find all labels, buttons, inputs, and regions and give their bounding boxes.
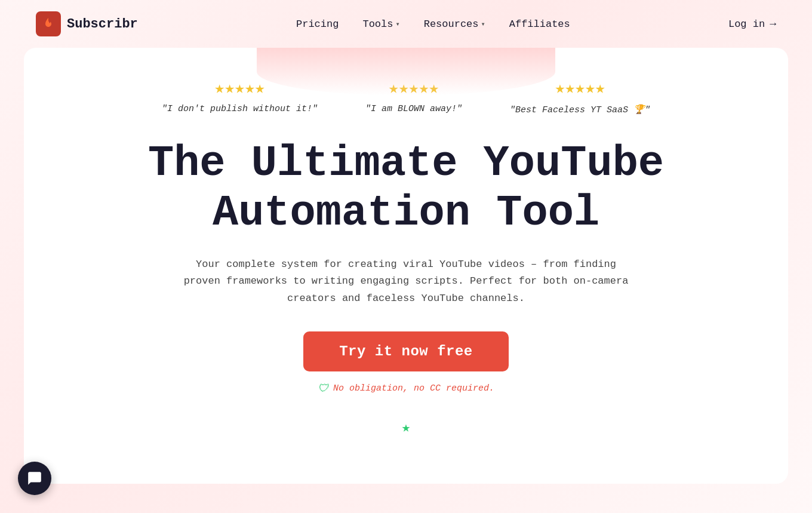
nav-item-affiliates[interactable]: Affiliates bbox=[509, 19, 570, 30]
stars-3: ★★★★★ bbox=[555, 78, 605, 98]
hero-description: Your complete system for creating viral … bbox=[179, 256, 633, 308]
stars-row: ★★★★★ "I don't publish without it!" ★★★★… bbox=[60, 78, 752, 115]
flame-icon bbox=[41, 17, 56, 31]
heading-line1: The Ultimate YouTube bbox=[148, 139, 664, 188]
hero-card: ★★★★★ "I don't publish without it!" ★★★★… bbox=[24, 48, 788, 484]
affiliates-link[interactable]: Affiliates bbox=[509, 19, 570, 30]
cta-button[interactable]: Try it now free bbox=[303, 331, 509, 371]
cta-container: Try it now free 🛡 No obligation, no CC r… bbox=[60, 331, 752, 395]
resources-dropdown[interactable]: Resources ▾ bbox=[424, 19, 485, 30]
heading-line2: Automation Tool bbox=[213, 189, 599, 238]
main-nav: Subscribr Pricing Tools ▾ Resources ▾ Af… bbox=[0, 0, 812, 48]
nav-item-pricing[interactable]: Pricing bbox=[296, 19, 339, 30]
bottom-trust: ★ bbox=[60, 419, 752, 436]
star-group-1: ★★★★★ "I don't publish without it!" bbox=[162, 78, 318, 115]
chat-icon bbox=[27, 471, 42, 486]
star-quote-1: "I don't publish without it!" bbox=[162, 104, 318, 114]
logo[interactable]: Subscribr bbox=[36, 11, 138, 36]
stars-1: ★★★★★ bbox=[214, 78, 264, 98]
login-link[interactable]: Log in → bbox=[728, 18, 776, 30]
chat-bubble-button[interactable] bbox=[18, 462, 51, 495]
logo-icon bbox=[36, 11, 61, 36]
hero-heading: The Ultimate YouTube Automation Tool bbox=[60, 139, 752, 238]
star-group-2: ★★★★★ "I am BLOWN away!" bbox=[365, 78, 462, 115]
pricing-link[interactable]: Pricing bbox=[296, 19, 339, 30]
nav-item-tools[interactable]: Tools ▾ bbox=[362, 19, 399, 30]
shield-check-icon: 🛡 bbox=[318, 382, 328, 395]
stars-2: ★★★★★ bbox=[389, 78, 439, 98]
tools-chevron-icon: ▾ bbox=[395, 20, 399, 29]
resources-chevron-icon: ▾ bbox=[481, 20, 485, 29]
star-group-3: ★★★★★ "Best Faceless YT SaaS 🏆" bbox=[510, 78, 650, 115]
star-quote-2: "I am BLOWN away!" bbox=[365, 104, 462, 114]
login-arrow-icon: → bbox=[770, 18, 776, 30]
tools-dropdown[interactable]: Tools ▾ bbox=[362, 19, 399, 30]
star-quote-3: "Best Faceless YT SaaS 🏆" bbox=[510, 104, 650, 115]
logo-text: Subscribr bbox=[67, 17, 138, 32]
nav-links: Pricing Tools ▾ Resources ▾ Affiliates bbox=[296, 19, 570, 30]
no-cc-note: 🛡 No obligation, no CC required. bbox=[318, 382, 494, 395]
nav-item-resources[interactable]: Resources ▾ bbox=[424, 19, 485, 30]
trust-star-icon: ★ bbox=[402, 419, 410, 436]
